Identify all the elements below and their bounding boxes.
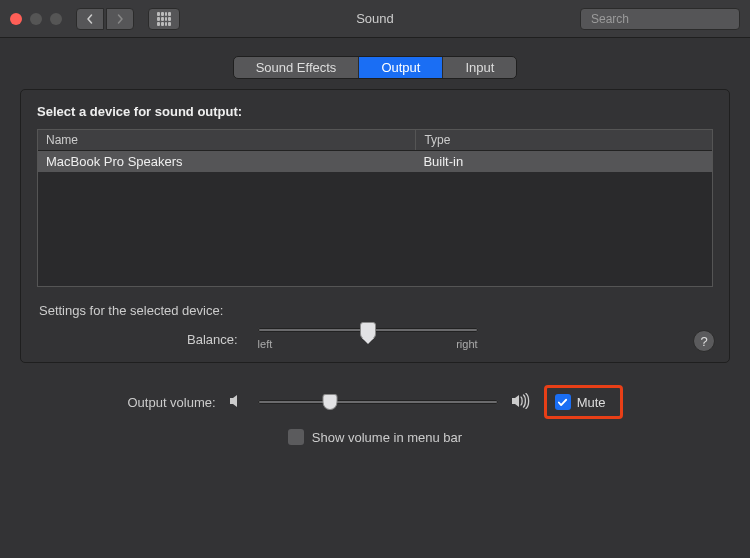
output-panel: Select a device for sound output: Name T… (20, 89, 730, 363)
search-input[interactable] (591, 12, 741, 26)
balance-left-label: left (258, 338, 273, 350)
column-header-name[interactable]: Name (38, 130, 415, 150)
mute-checkbox[interactable] (555, 394, 571, 410)
volume-row: Output volume: Mute (127, 385, 622, 419)
content-area: Sound EffectsOutputInput Select a device… (0, 38, 750, 457)
window-controls (10, 13, 62, 25)
close-window-button[interactable] (10, 13, 22, 25)
tab-output[interactable]: Output (359, 57, 443, 78)
mute-highlight: Mute (544, 385, 623, 419)
settings-label: Settings for the selected device: (39, 303, 713, 318)
balance-right-label: right (456, 338, 477, 350)
device-table: Name Type MacBook Pro SpeakersBuilt-in (37, 129, 713, 287)
titlebar: Sound (0, 0, 750, 38)
zoom-window-button[interactable] (50, 13, 62, 25)
nav-back-forward (76, 8, 134, 30)
volume-thumb[interactable] (322, 394, 337, 410)
grid-icon (157, 12, 171, 26)
balance-row: Balance: left right (187, 328, 713, 350)
volume-slider[interactable] (258, 400, 498, 404)
back-button[interactable] (76, 8, 104, 30)
select-device-label: Select a device for sound output: (37, 104, 713, 119)
volume-high-icon (510, 393, 532, 412)
balance-thumb[interactable] (360, 322, 376, 340)
device-name: MacBook Pro Speakers (38, 151, 415, 172)
menubar-row: Show volume in menu bar (288, 429, 462, 445)
footer: Output volume: Mute Show volume in menu … (20, 385, 730, 445)
search-field[interactable] (580, 8, 740, 30)
column-header-type[interactable]: Type (415, 130, 712, 150)
segmented-control: Sound EffectsOutputInput (233, 56, 518, 79)
forward-button[interactable] (106, 8, 134, 30)
output-volume-label: Output volume: (127, 395, 215, 410)
tab-input[interactable]: Input (443, 57, 516, 78)
volume-low-icon (228, 393, 246, 412)
device-type: Built-in (415, 151, 712, 172)
balance-label: Balance: (187, 332, 238, 347)
mute-label: Mute (577, 395, 606, 410)
show-all-button[interactable] (148, 8, 180, 30)
balance-slider[interactable] (258, 328, 478, 332)
show-in-menubar-checkbox[interactable] (288, 429, 304, 445)
show-in-menubar-label: Show volume in menu bar (312, 430, 462, 445)
tab-bar: Sound EffectsOutputInput (20, 56, 730, 79)
minimize-window-button[interactable] (30, 13, 42, 25)
table-row[interactable]: MacBook Pro SpeakersBuilt-in (38, 151, 712, 172)
table-header: Name Type (38, 130, 712, 151)
help-button[interactable]: ? (693, 330, 715, 352)
tab-sound-effects[interactable]: Sound Effects (234, 57, 360, 78)
